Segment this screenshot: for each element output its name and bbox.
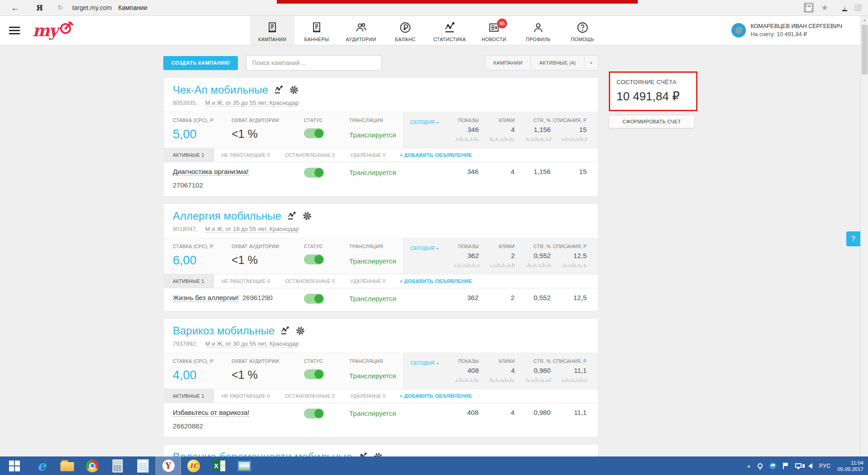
ad-title-link[interactable]: Жизнь без аллергии! (173, 294, 239, 302)
nav-item-campaigns[interactable]: КАМПАНИИ (250, 16, 294, 45)
clock[interactable]: 11:04 05.09.2017 (837, 460, 863, 472)
search-input[interactable] (246, 55, 382, 71)
tab-stopped-ads[interactable]: ОСТАНОВЛЕННЫЕ 0 (278, 389, 343, 403)
tab-deleted-ads[interactable]: УДАЛЁННЫЕ 0 (343, 274, 394, 288)
campaign-status-toggle[interactable] (304, 369, 324, 379)
ad-status-toggle[interactable] (304, 294, 324, 304)
flag-tray-icon[interactable] (783, 463, 788, 469)
ad-title-link[interactable]: Диагностика организма! (173, 168, 249, 176)
campaign-stats-icon[interactable] (280, 326, 290, 336)
nav-item-news[interactable]: 86НОВОСТИ (472, 16, 516, 45)
chrome-icon[interactable] (80, 456, 105, 475)
tray-expand-icon[interactable]: ▲ (747, 464, 751, 468)
tab-active-ads[interactable]: АКТИВНЫЕ 1 (164, 274, 214, 288)
notepad-icon[interactable] (130, 456, 156, 475)
filter-campaigns[interactable]: КАМПАНИИ (485, 56, 531, 70)
campaign-settings-icon[interactable] (295, 326, 305, 336)
add-ad-link[interactable]: + ДОБАВИТЬ ОБЪЯВЛЕНИЕ (400, 148, 472, 162)
today-caret-icon[interactable]: ▼ (436, 247, 439, 250)
tab-deleted-ads[interactable]: УДАЛЁННЫЕ 0 (343, 148, 394, 162)
nav-item-help[interactable]: ПОМОЩЬ (560, 16, 605, 45)
1c-icon[interactable]: 1С (181, 456, 206, 475)
add-ad-link[interactable]: + ДОБАВИТЬ ОБЪЯВЛЕНИЕ (400, 389, 472, 403)
campaign-settings-icon[interactable] (302, 211, 312, 221)
campaign-title[interactable]: Чек-Ап мобильные (173, 84, 268, 96)
scrollbar-thumb[interactable] (862, 25, 868, 75)
lock-icon[interactable] (804, 3, 814, 13)
tab-not-working-ads[interactable]: НЕ РАБОТАЮЩИЕ 0 (214, 389, 278, 403)
create-campaign-button[interactable]: СОЗДАТЬ КАМПАНИЮ (163, 56, 238, 70)
shows-sparkline (451, 136, 479, 141)
mytarget-logo[interactable]: my (33, 16, 74, 45)
calculator-icon[interactable] (105, 456, 130, 475)
user-box[interactable]: @ КОМАРЕВЦЕВ ИВАН СЕРГЕЕВИЧ На счету: 10… (731, 16, 842, 45)
page-scrollbar[interactable]: ▲ (860, 16, 868, 456)
nav-item-profile[interactable]: ПРОФИЛЬ (516, 16, 560, 45)
campaign-targeting-link[interactable]: М и Ж, от 30 до 55 лет, Краснодар (205, 340, 299, 348)
nav-item-banners[interactable]: БАННЕРЫ (294, 16, 339, 45)
excel-icon[interactable]: X (206, 456, 232, 475)
help-widget-tab[interactable]: ? (846, 231, 860, 246)
status-label: СТАТУС (304, 358, 349, 364)
nav-item-audiences[interactable]: АУДИТОРИИ (339, 16, 383, 45)
campaign-stats-icon[interactable] (358, 452, 368, 456)
download-icon[interactable]: ↓ (842, 4, 848, 11)
refresh-icon[interactable]: ↻ (57, 4, 63, 12)
ad-title-link[interactable]: Избавьтесь от варикоза! (173, 409, 249, 417)
explorer-icon[interactable] (54, 456, 80, 475)
tab-not-working-ads[interactable]: НЕ РАБОТАЮЩИЕ 0 (214, 274, 278, 288)
image-viewer-icon[interactable] (232, 456, 257, 475)
reach-label: ОХВАТ АУДИТОРИИ (232, 244, 304, 249)
ad-shows-value: 408 (467, 409, 479, 416)
ad-broadcast-value: Транслируется (349, 409, 403, 430)
nav-item-statistics[interactable]: СТАТИСТИКА (427, 16, 472, 45)
ad-spend-value: 11,1 (574, 409, 587, 416)
campaign-settings-icon[interactable] (289, 85, 299, 95)
generate-invoice-button[interactable]: СФОРМИРОВАТЬ СЧЕТ (609, 115, 695, 128)
scrollbar-up-icon[interactable]: ▲ (861, 16, 868, 22)
campaign-title[interactable]: Аллергия мобильные (173, 210, 281, 222)
back-button[interactable]: ← (11, 3, 20, 13)
tab-not-working-ads[interactable]: НЕ РАБОТАЮЩИЕ 0 (214, 148, 278, 162)
today-dropdown[interactable]: СЕГОДНЯ (410, 245, 435, 251)
nav-item-balance[interactable]: БАЛАНС (383, 16, 427, 45)
bulb-tray-icon[interactable] (758, 463, 763, 468)
bookmark-star-icon[interactable]: ★ (821, 3, 828, 13)
campaign-settings-icon[interactable] (373, 452, 383, 456)
ad-status-toggle[interactable] (304, 409, 324, 419)
ad-status-toggle[interactable] (304, 168, 324, 178)
network-tray-icon[interactable] (795, 463, 802, 468)
thunderbird-icon[interactable] (769, 462, 776, 469)
today-caret-icon[interactable]: ▼ (436, 362, 439, 365)
today-dropdown[interactable]: СЕГОДНЯ (410, 360, 435, 366)
clicks-sparkline (487, 136, 515, 141)
campaign-title[interactable]: Варикоз мобильные (173, 325, 275, 337)
ad-spend-value: 12,5 (574, 294, 587, 301)
tab-active-ads[interactable]: АКТИВНЫЕ 1 (164, 389, 214, 403)
campaign-targeting-link[interactable]: М и Ж, от 35 до 55 лет, Краснодар (205, 99, 299, 107)
taskbar: e Y 1С X ▲ РУС 11:04 05.09.2017 (0, 456, 868, 475)
campaign-stats-icon[interactable] (287, 211, 297, 221)
filter-active[interactable]: АКТИВНЫЕ (4) (531, 56, 584, 70)
tab-deleted-ads[interactable]: УДАЛЁННЫЕ 0 (343, 389, 394, 403)
menu-icon[interactable] (9, 27, 20, 34)
campaign-title[interactable]: Ведение беременности мобильные (173, 451, 352, 456)
campaign-status-toggle[interactable] (304, 254, 324, 264)
ie-icon[interactable]: e (29, 456, 54, 475)
url-text[interactable]: target.my.com (72, 4, 112, 11)
today-dropdown[interactable]: СЕГОДНЯ (410, 119, 435, 125)
yandex-browser-icon[interactable]: Y (156, 456, 181, 475)
filter-caret-icon[interactable]: ▼ (584, 56, 598, 70)
campaign-stats-icon[interactable] (274, 85, 284, 95)
volume-icon[interactable] (808, 463, 812, 469)
tab-stopped-ads[interactable]: ОСТАНОВЛЕННЫЕ 0 (278, 274, 343, 288)
add-ad-link[interactable]: + ДОБАВИТЬ ОБЪЯВЛЕНИЕ (400, 274, 472, 288)
start-button[interactable] (0, 456, 29, 475)
tab-stopped-ads[interactable]: ОСТАНОВЛЕННЫЕ 0 (278, 148, 343, 162)
tab-active-ads[interactable]: АКТИВНЫЕ 1 (164, 148, 214, 162)
shows-value: 362 (467, 252, 479, 259)
campaign-status-toggle[interactable] (304, 128, 324, 138)
today-caret-icon[interactable]: ▼ (436, 121, 439, 124)
campaign-targeting-link[interactable]: М и Ж, от 18 до 55 лет, Краснодар (205, 226, 299, 233)
language-indicator[interactable]: РУС (819, 463, 831, 469)
